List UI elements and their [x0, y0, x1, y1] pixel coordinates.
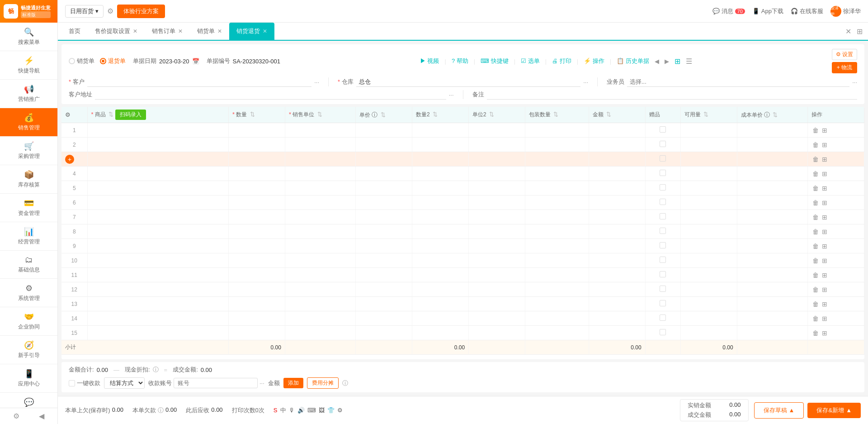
- copy-row-10[interactable]: ⊞: [821, 256, 828, 265]
- unit2-cell-6[interactable]: [469, 195, 525, 210]
- sidebar-item-finance[interactable]: 💳资金管理: [0, 194, 57, 222]
- avail-cell-1[interactable]: [680, 123, 737, 138]
- calc-method-select[interactable]: 结算方式: [104, 377, 145, 389]
- sidebar-item-guide[interactable]: 🧭新手引导: [0, 336, 57, 364]
- pack-cell-6[interactable]: [525, 195, 589, 210]
- cost-cell-10[interactable]: [737, 253, 807, 268]
- qty2-cell-7[interactable]: [412, 210, 469, 224]
- sort-cost-icon[interactable]: ⇅: [773, 111, 778, 118]
- delete-row-12[interactable]: 🗑: [811, 285, 820, 294]
- avail-cell-14[interactable]: [680, 311, 737, 326]
- unit-cell-10[interactable]: [285, 253, 355, 268]
- qty2-cell-5[interactable]: [412, 181, 469, 195]
- add-row-button[interactable]: +: [65, 155, 74, 164]
- price-cell-3[interactable]: [356, 152, 412, 167]
- pack-cell-9[interactable]: [525, 239, 589, 253]
- unit-cell-11[interactable]: [285, 268, 355, 282]
- staff-input[interactable]: [627, 77, 849, 87]
- unit-cell-15[interactable]: [285, 326, 355, 340]
- gift-cell-8[interactable]: [645, 224, 680, 239]
- unit2-cell-2[interactable]: [469, 138, 525, 152]
- product-cell-12[interactable]: [87, 282, 228, 297]
- copy-row-14[interactable]: ⊞: [821, 314, 828, 323]
- avail-cell-3[interactable]: [680, 152, 737, 167]
- product-cell-14[interactable]: [87, 311, 228, 326]
- copy-row-9[interactable]: ⊞: [821, 242, 828, 251]
- copy-row-6[interactable]: ⊞: [821, 198, 828, 207]
- qty2-cell-10[interactable]: [412, 253, 469, 268]
- tab-close-sales-order[interactable]: ✕: [178, 28, 183, 34]
- qty-cell-8[interactable]: [228, 224, 285, 239]
- amount-cell-14[interactable]: [589, 311, 645, 326]
- split-help-icon[interactable]: ⓘ: [342, 379, 348, 387]
- pack-cell-5[interactable]: [525, 181, 589, 195]
- unit-cell-3[interactable]: [285, 152, 355, 167]
- tab-close-price-setting[interactable]: ✕: [133, 28, 137, 34]
- delete-row-13[interactable]: 🗑: [811, 300, 820, 309]
- copy-row-15[interactable]: ⊞: [821, 329, 828, 338]
- extra-icon[interactable]: ⚙: [337, 407, 343, 414]
- cost-cell-7[interactable]: [737, 210, 807, 224]
- qty-cell-11[interactable]: [228, 268, 285, 282]
- cost-help-icon[interactable]: ⓘ: [764, 111, 770, 118]
- tab-sales-order[interactable]: 销售订单✕: [145, 23, 190, 41]
- unit-cell-12[interactable]: [285, 282, 355, 297]
- scan-button[interactable]: 扫码录入: [115, 110, 146, 120]
- unit-cell-6[interactable]: [285, 195, 355, 210]
- qty2-cell-11[interactable]: [412, 268, 469, 282]
- qty2-cell-4[interactable]: [412, 167, 469, 181]
- topbar-gear-icon[interactable]: ⚙: [107, 7, 113, 15]
- unit2-cell-3[interactable]: [469, 152, 525, 167]
- prev-icon[interactable]: ◀: [655, 58, 659, 65]
- delete-row-15[interactable]: 🗑: [811, 329, 820, 338]
- avail-cell-12[interactable]: [680, 282, 737, 297]
- delete-row-3[interactable]: 🗑: [811, 155, 820, 164]
- avail-cell-9[interactable]: [680, 239, 737, 253]
- price-cell-11[interactable]: [356, 268, 412, 282]
- sales-return-radio[interactable]: 退货单: [100, 57, 126, 65]
- sidebar-item-purchase[interactable]: 🛒采购管理: [0, 137, 57, 165]
- qty2-cell-9[interactable]: [412, 239, 469, 253]
- delete-row-6[interactable]: 🗑: [811, 198, 820, 207]
- qty-cell-5[interactable]: [228, 181, 285, 195]
- unit-cell-8[interactable]: [285, 224, 355, 239]
- amount-cell-9[interactable]: [589, 239, 645, 253]
- shirt-icon[interactable]: 👕: [327, 407, 335, 414]
- qty-cell-2[interactable]: [228, 138, 285, 152]
- customer-more-icon[interactable]: ···: [314, 79, 319, 86]
- shortcut-action[interactable]: ⌨ 快捷键: [481, 57, 509, 65]
- tab-home[interactable]: 首页: [61, 23, 88, 41]
- cost-cell-5[interactable]: [737, 181, 807, 195]
- help-action[interactable]: ? 帮助: [452, 57, 468, 65]
- sidebar-settings-icon[interactable]: ⚙: [13, 412, 19, 420]
- unit2-cell-9[interactable]: [469, 239, 525, 253]
- amount-cell-15[interactable]: [589, 326, 645, 340]
- cost-cell-14[interactable]: [737, 311, 807, 326]
- avail-cell-2[interactable]: [680, 138, 737, 152]
- price-cell-10[interactable]: [356, 253, 412, 268]
- online-service-button[interactable]: 🎧 在线客服: [791, 7, 823, 15]
- qty-cell-10[interactable]: [228, 253, 285, 268]
- price-cell-1[interactable]: [356, 123, 412, 138]
- history-action[interactable]: 📋 历史单据: [617, 57, 649, 65]
- gift-cell-1[interactable]: [645, 123, 680, 138]
- copy-row-7[interactable]: ⊞: [821, 213, 828, 222]
- copy-row-2[interactable]: ⊞: [821, 140, 828, 149]
- gift-cell-5[interactable]: [645, 181, 680, 195]
- qty-cell-4[interactable]: [228, 167, 285, 181]
- price-cell-13[interactable]: [356, 297, 412, 311]
- gift-cell-14[interactable]: [645, 311, 680, 326]
- calendar-icon[interactable]: 📅: [192, 58, 199, 65]
- unit-cell-9[interactable]: [285, 239, 355, 253]
- copy-row-13[interactable]: ⊞: [821, 300, 828, 309]
- warehouse-input[interactable]: [356, 77, 580, 87]
- close-tab-icon[interactable]: ✕: [844, 25, 853, 38]
- sidebar-item-apps[interactable]: 📱应用中心: [0, 364, 57, 393]
- cost-cell-9[interactable]: [737, 239, 807, 253]
- address-input[interactable]: [95, 90, 446, 100]
- delete-row-14[interactable]: 🗑: [811, 314, 820, 323]
- unit2-cell-10[interactable]: [469, 253, 525, 268]
- qty-cell-14[interactable]: [228, 311, 285, 326]
- qty-cell-7[interactable]: [228, 210, 285, 224]
- app-download-button[interactable]: 📱 App下载: [752, 7, 783, 15]
